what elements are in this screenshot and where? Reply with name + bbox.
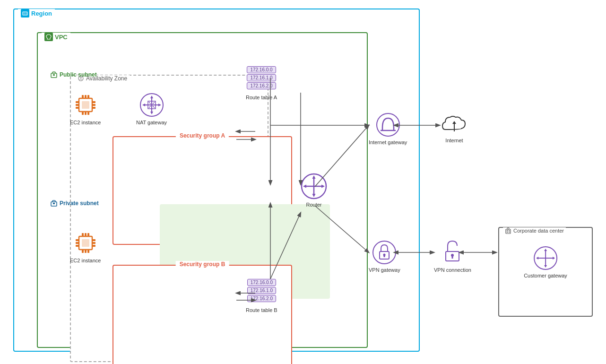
svg-rect-37 xyxy=(87,233,89,236)
region-label: Region xyxy=(18,9,55,17)
nat-gateway-icon: NAT gateway xyxy=(136,93,167,126)
svg-rect-20 xyxy=(92,101,95,103)
route-a-2: 172.16.1.0 xyxy=(247,74,276,81)
internet-icon: Internet xyxy=(440,113,469,144)
vpn-gateway-icon: VPN gateway xyxy=(369,240,400,273)
corporate-dc-box: Corporate data center Customer gateway xyxy=(498,227,593,317)
svg-rect-8 xyxy=(53,203,55,204)
svg-rect-14 xyxy=(82,112,84,115)
internet-gateway-icon: Internet gateway xyxy=(369,113,407,146)
svg-rect-43 xyxy=(76,245,79,247)
svg-rect-42 xyxy=(76,242,79,244)
customer-gateway-icon: Customer gateway xyxy=(524,246,567,279)
private-subnet-label: Private subnet xyxy=(50,199,99,207)
svg-rect-10 xyxy=(82,101,89,109)
route-b-1: 172.16.0.0 xyxy=(247,279,276,286)
svg-rect-66 xyxy=(452,256,453,259)
security-group-b-label: Security group B xyxy=(176,261,229,268)
svg-rect-15 xyxy=(85,112,87,115)
svg-rect-36 xyxy=(85,233,87,236)
svg-rect-39 xyxy=(85,250,87,253)
svg-rect-68 xyxy=(507,230,508,231)
svg-rect-16 xyxy=(87,112,89,115)
svg-rect-63 xyxy=(384,255,385,257)
svg-point-54 xyxy=(377,113,399,136)
svg-rect-72 xyxy=(507,228,509,229)
route-b-2: 172.16.1.0 xyxy=(247,287,276,294)
region-box: Region VPC Availability Zone Security gr… xyxy=(13,9,420,352)
svg-rect-67 xyxy=(506,229,511,234)
svg-rect-21 xyxy=(92,104,95,106)
svg-rect-38 xyxy=(82,250,84,253)
svg-rect-12 xyxy=(85,95,87,98)
svg-rect-41 xyxy=(76,239,79,241)
vpc-label: VPC xyxy=(42,33,70,41)
svg-rect-69 xyxy=(509,230,510,231)
route-a-1: 172.16.0.0 xyxy=(247,66,276,73)
vpn-connection-icon: VPN connection xyxy=(434,238,471,273)
security-group-a-box: Security group A xyxy=(113,136,292,245)
svg-rect-17 xyxy=(76,101,79,103)
corporate-dc-label: Corporate data center xyxy=(503,227,566,234)
svg-rect-35 xyxy=(82,233,84,236)
svg-rect-40 xyxy=(87,250,89,253)
svg-rect-19 xyxy=(76,107,79,109)
route-a-3: 172.16.2.0 xyxy=(247,82,276,89)
route-b-3: 172.16.2.0 xyxy=(247,295,276,302)
svg-rect-6 xyxy=(53,74,55,76)
route-table-a: 172.16.0.0 172.16.1.0 172.16.2.0 Route t… xyxy=(246,66,277,101)
svg-rect-44 xyxy=(92,239,95,241)
svg-rect-71 xyxy=(509,232,510,233)
svg-rect-18 xyxy=(76,104,79,106)
svg-rect-46 xyxy=(92,245,95,247)
route-table-b: 172.16.0.0 172.16.1.0 172.16.2.0 Route t… xyxy=(246,279,277,313)
svg-rect-22 xyxy=(92,107,95,109)
router-icon: Router xyxy=(301,173,327,208)
svg-rect-70 xyxy=(507,232,508,233)
svg-rect-0 xyxy=(23,12,27,15)
svg-rect-45 xyxy=(92,242,95,244)
ec2-instance-public: EC2 instance xyxy=(70,93,101,126)
svg-rect-11 xyxy=(82,95,84,98)
security-group-a-label: Security group A xyxy=(176,132,229,139)
svg-rect-13 xyxy=(87,95,89,98)
svg-rect-34 xyxy=(82,239,89,247)
region-icon xyxy=(21,9,29,17)
svg-marker-59 xyxy=(452,121,456,124)
public-subnet-label: Public subnet xyxy=(50,71,97,78)
vpc-icon xyxy=(44,33,53,41)
ec2-instance-private: EC2 instance xyxy=(70,231,101,264)
